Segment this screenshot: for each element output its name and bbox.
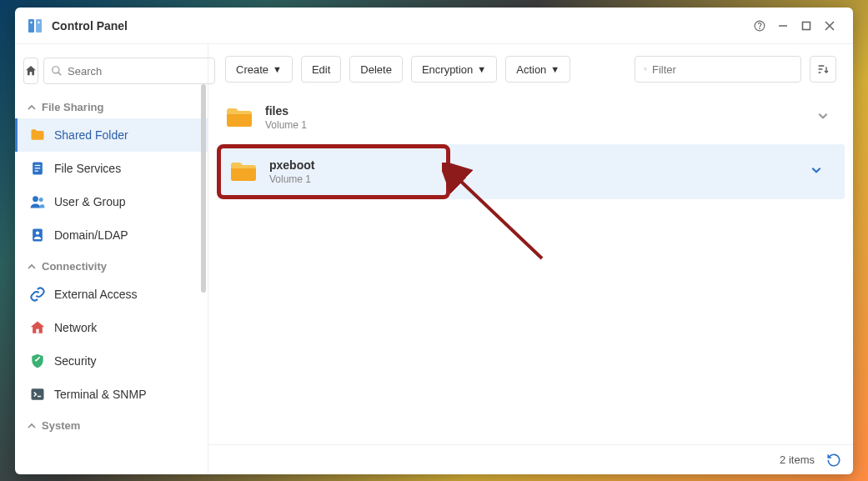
folder-row[interactable]: filesVolume 1 — [217, 94, 845, 141]
sidebar-item-label: External Access — [54, 288, 138, 301]
main-panel: Create▼ Edit Delete Encryption▼ Action▼ … — [208, 44, 853, 474]
filter-input[interactable] — [652, 63, 792, 76]
link-icon — [29, 286, 46, 303]
sidebar-item-user-group[interactable]: User & Group — [15, 185, 208, 218]
sidebar-item-terminal-snmp[interactable]: Terminal & SNMP — [15, 378, 208, 411]
terminal-icon — [29, 386, 46, 403]
maximize-button[interactable] — [795, 14, 818, 38]
chevron-down-icon[interactable] — [803, 164, 830, 179]
sidebar-section-label: File Sharing — [42, 101, 103, 113]
window-title: Control Panel — [52, 19, 128, 33]
chevron-up-icon — [27, 103, 37, 113]
ldap-icon — [29, 227, 46, 243]
svg-rect-20 — [36, 329, 38, 333]
sidebar-item-security[interactable]: Security — [15, 344, 208, 378]
action-button[interactable]: Action▼ — [505, 56, 570, 83]
svg-rect-7 — [803, 22, 810, 29]
svg-marker-23 — [645, 68, 647, 71]
svg-rect-15 — [35, 171, 38, 172]
svg-rect-18 — [33, 229, 43, 242]
sidebar-item-label: Network — [54, 321, 97, 334]
search-input[interactable] — [68, 65, 208, 78]
folder-icon — [229, 160, 258, 183]
svg-rect-1 — [36, 19, 42, 33]
svg-point-3 — [38, 21, 39, 23]
svg-rect-21 — [32, 388, 44, 399]
sidebar-item-domain-ldap[interactable]: Domain/LDAP — [15, 218, 208, 252]
doc-icon — [29, 160, 46, 177]
create-button[interactable]: Create▼ — [225, 56, 293, 83]
svg-point-2 — [30, 21, 32, 23]
filter-box[interactable] — [635, 56, 801, 83]
users-icon — [29, 193, 46, 210]
help-button[interactable] — [748, 14, 771, 38]
folder-row[interactable]: pxebootVolume 1 — [217, 144, 450, 199]
caret-down-icon: ▼ — [550, 64, 559, 74]
svg-line-11 — [58, 73, 62, 76]
shield-icon — [29, 353, 46, 369]
svg-rect-14 — [35, 168, 41, 168]
folder-row-container[interactable]: pxebootVolume 1 — [217, 144, 845, 199]
chevron-up-icon — [27, 262, 37, 272]
svg-point-5 — [760, 28, 760, 28]
sidebar-section-header[interactable]: File Sharing — [15, 93, 208, 118]
sidebar-item-label: Domain/LDAP — [54, 228, 128, 242]
app-icon — [27, 18, 43, 34]
svg-point-10 — [53, 67, 59, 73]
folder-location: Volume 1 — [269, 173, 438, 185]
titlebar: Control Panel — [15, 8, 853, 44]
caret-down-icon: ▼ — [477, 64, 486, 74]
sidebar-item-label: File Services — [54, 162, 121, 175]
sidebar-item-network[interactable]: Network — [15, 311, 208, 344]
svg-rect-13 — [35, 165, 41, 166]
sidebar-item-label: User & Group — [54, 195, 126, 208]
search-box[interactable] — [43, 58, 215, 84]
control-panel-window: Control Panel File SharingShared FolderF… — [15, 8, 853, 474]
item-count: 2 items — [780, 453, 815, 466]
folder-list: filesVolume 1pxebootVolume 1 — [208, 94, 853, 444]
encryption-button[interactable]: Encryption▼ — [411, 56, 497, 83]
svg-point-17 — [39, 198, 43, 202]
folder-name: pxeboot — [269, 158, 438, 172]
folder-icon — [225, 106, 253, 129]
sidebar-scrollbar[interactable] — [201, 84, 206, 293]
statusbar: 2 items — [208, 444, 853, 474]
house-icon — [29, 319, 46, 336]
sort-button[interactable] — [810, 56, 836, 83]
folder-icon — [29, 127, 46, 143]
chevron-down-icon[interactable] — [810, 110, 836, 125]
sidebar-item-label: Security — [54, 354, 97, 368]
svg-rect-0 — [28, 19, 34, 33]
sidebar-item-external-access[interactable]: External Access — [15, 278, 208, 311]
sidebar: File SharingShared FolderFile ServicesUs… — [15, 44, 208, 474]
filter-icon — [644, 63, 647, 75]
sidebar-item-label: Terminal & SNMP — [54, 388, 146, 401]
sidebar-section-header[interactable]: System — [15, 411, 208, 437]
folder-location: Volume 1 — [265, 119, 798, 131]
sidebar-item-label: Shared Folder — [54, 128, 128, 142]
svg-point-19 — [36, 231, 39, 234]
home-button[interactable] — [23, 58, 38, 84]
chevron-up-icon — [27, 421, 37, 431]
toolbar: Create▼ Edit Delete Encryption▼ Action▼ — [208, 44, 853, 94]
caret-down-icon: ▼ — [273, 64, 282, 74]
search-icon — [51, 65, 63, 77]
minimize-button[interactable] — [771, 14, 795, 38]
edit-button[interactable]: Edit — [301, 56, 341, 83]
sidebar-section-header[interactable]: Connectivity — [15, 252, 208, 278]
sidebar-item-shared-folder[interactable]: Shared Folder — [15, 118, 208, 152]
delete-button[interactable]: Delete — [349, 56, 403, 83]
close-button[interactable] — [818, 14, 841, 38]
svg-point-16 — [33, 196, 38, 202]
sidebar-section-label: System — [42, 419, 80, 432]
refresh-button[interactable] — [826, 453, 841, 468]
folder-name: files — [265, 104, 798, 118]
sidebar-item-file-services[interactable]: File Services — [15, 152, 208, 185]
sidebar-section-label: Connectivity — [42, 260, 107, 273]
